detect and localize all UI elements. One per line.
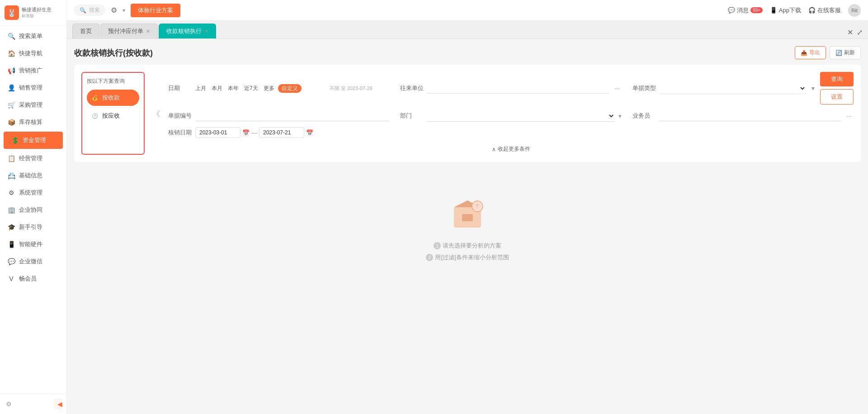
message-icon: 💬	[728, 7, 735, 14]
filter-option-按收款[interactable]: 💰按收款	[87, 90, 139, 106]
sidebar-item-销售管理[interactable]: 👤销售管理	[0, 79, 66, 96]
tabbar: 首页预付冲应付单✕收款核销执行✕ ✕ ⤢	[67, 21, 868, 39]
page-title: 收款核销执行(按收款)	[74, 48, 153, 58]
sidebar-item-智能硬件[interactable]: 📱智能硬件	[0, 236, 66, 253]
nav-label: 营销推广	[19, 67, 42, 75]
filter-option-icon: 🕐	[90, 111, 99, 120]
sidebar-item-企业微信[interactable]: 💬企业微信	[0, 253, 66, 270]
doctype-dropdown-icon[interactable]: ▾	[810, 84, 816, 93]
nav-icon: 📦	[7, 119, 15, 126]
settings-button[interactable]: 设置	[820, 89, 854, 105]
message-button[interactable]: 💬 消息 99+	[728, 6, 763, 14]
tab-0[interactable]: 首页	[72, 24, 99, 38]
nav-label: 畅会员	[19, 275, 37, 283]
writeoff-start-date-input[interactable]	[195, 127, 241, 138]
date-quick-btn[interactable]: 本月	[210, 84, 224, 93]
nav-label: 系统管理	[19, 189, 42, 197]
query-button[interactable]: 查询	[820, 72, 854, 86]
sidebar-item-企业协同[interactable]: 🏢企业协同	[0, 201, 66, 219]
export-button[interactable]: 📤 导出	[795, 46, 826, 59]
doc-number-field: 单据编号	[168, 110, 389, 121]
message-badge: 99+	[750, 7, 763, 13]
tab-1[interactable]: 预付冲应付单✕	[100, 24, 158, 38]
sidebar-item-系统管理[interactable]: ⚙系统管理	[0, 184, 66, 201]
salesperson-input[interactable]	[659, 110, 841, 121]
topbar-search-box[interactable]: 🔍 搜索	[74, 5, 105, 16]
app-download-button[interactable]: 📱 App下载	[770, 6, 801, 14]
date-quick-btn[interactable]: 更多	[262, 84, 276, 93]
salesperson-field: 业务员 ···	[632, 110, 854, 121]
sidebar-item-搜索菜单[interactable]: 🔍搜索菜单	[0, 28, 66, 45]
empty-hint-2: 2 用[过滤]条件来缩小分析范围	[426, 253, 509, 262]
close-window-button[interactable]: ✕	[847, 28, 853, 37]
date-nolimit-text: 不限 至 2023-07-26	[330, 85, 373, 92]
app-name: 畅捷通好生意	[22, 6, 52, 13]
nav-label: 新手引导	[19, 223, 42, 231]
nav-label: 智能硬件	[19, 240, 42, 248]
filter-option-label: 按应收	[102, 112, 120, 120]
counterparty-input[interactable]	[427, 83, 609, 94]
sidebar-item-新手引导[interactable]: 🎓新手引导	[0, 219, 66, 236]
sidebar-logo: 🐰 畅捷通好生意 标准版	[0, 0, 66, 26]
nav-icon: 💬	[7, 258, 15, 265]
salesperson-more-button[interactable]: ···	[844, 111, 854, 120]
writeoff-date-label: 核销日期	[168, 128, 192, 137]
tab-close-icon[interactable]: ✕	[146, 29, 150, 34]
sidebar-item-基础信息[interactable]: 📇基础信息	[0, 167, 66, 184]
page-actions: 📤 导出 🔄 刷新	[795, 46, 861, 59]
industry-solution-button[interactable]: 体验行业方案	[131, 4, 180, 17]
filter-option-按应收[interactable]: 🕐按应收	[87, 108, 139, 124]
department-field: 部门 ▾	[400, 110, 621, 122]
nav-label: 企业协同	[19, 206, 42, 214]
expand-window-button[interactable]: ⤢	[857, 28, 863, 37]
bottom-settings-icon[interactable]: ⚙	[5, 400, 13, 408]
sidebar-item-资金管理[interactable]: 💲资金管理	[4, 132, 63, 149]
empty-hint-1: 1 请先选择要分析的方案	[434, 242, 501, 250]
date-quick-options: 上月本月本年近7天更多自定义	[193, 84, 302, 93]
topbar: 🔍 搜索 ⚙ ▾ 体验行业方案 💬 消息 99+ 📱 App下载 🎧 在线客服 …	[67, 0, 868, 21]
date-label: 日期	[168, 84, 191, 92]
topbar-right: 💬 消息 99+ 📱 App下载 🎧 在线客服 Rit	[728, 4, 861, 17]
writeoff-end-cal-icon[interactable]: 📅	[306, 129, 313, 136]
app-download-icon: 📱	[770, 7, 777, 14]
topbar-dropdown-icon[interactable]: ▾	[123, 7, 125, 14]
sidebar-item-库存核算[interactable]: 📦库存核算	[0, 114, 66, 131]
user-profile-button[interactable]: Rit	[848, 4, 861, 17]
empty-state-illustration: ?	[445, 189, 490, 234]
sidebar-item-经营管理[interactable]: 📋经营管理	[0, 150, 66, 167]
doctype-select[interactable]	[660, 82, 806, 94]
department-dropdown-icon[interactable]: ▾	[618, 113, 622, 119]
nav-label: 搜索菜单	[19, 32, 42, 40]
date-quick-btn[interactable]: 上月	[193, 84, 208, 93]
sidebar-bottom: ⚙ ◀	[0, 394, 66, 414]
online-service-button[interactable]: 🎧 在线客服	[808, 6, 841, 14]
date-quick-btn[interactable]: 本年	[226, 84, 241, 93]
date-field: 日期 上月本月本年近7天更多自定义 不限 至 2023-07-26	[168, 84, 389, 93]
writeoff-end-date-input[interactable]	[259, 127, 304, 138]
department-select[interactable]	[426, 110, 614, 122]
date-custom-btn[interactable]: 自定义	[278, 84, 302, 93]
sidebar-item-快捷导航[interactable]: 🏠快捷导航	[0, 45, 66, 62]
nav-label: 资金管理	[23, 136, 46, 144]
filter-collapse-button[interactable]: 《	[152, 74, 161, 155]
sidebar-item-营销推广[interactable]: 📢营销推广	[0, 62, 66, 79]
message-label: 消息	[737, 6, 749, 14]
sidebar-item-采购管理[interactable]: 🛒采购管理	[0, 96, 66, 114]
date-quick-btn[interactable]: 近7天	[242, 84, 260, 93]
nav-icon: 🏢	[7, 206, 15, 214]
search-placeholder-text: 搜索	[89, 6, 100, 14]
nav-label: 基础信息	[19, 171, 42, 180]
sidebar-nav: 🔍搜索菜单🏠快捷导航📢营销推广👤销售管理🛒采购管理📦库存核算💲资金管理📋经营管理…	[0, 26, 66, 394]
counterparty-more-button[interactable]: ···	[613, 84, 622, 93]
topbar-settings-icon[interactable]: ⚙	[111, 6, 117, 14]
writeoff-start-cal-icon[interactable]: 📅	[242, 129, 250, 136]
tab-2[interactable]: 收款核销执行✕	[159, 24, 216, 38]
bottom-collapse-icon[interactable]: ◀	[54, 399, 62, 409]
collapse-more-label: 收起更多条件	[498, 145, 530, 153]
refresh-button[interactable]: 🔄 刷新	[830, 46, 861, 59]
nav-icon: 📢	[7, 67, 15, 74]
tab-close-icon[interactable]: ✕	[204, 29, 208, 34]
collapse-more-button[interactable]: ∧ 收起更多条件	[168, 143, 854, 155]
sidebar-item-畅会员[interactable]: V畅会员	[0, 270, 66, 287]
doc-number-input[interactable]	[195, 110, 389, 121]
